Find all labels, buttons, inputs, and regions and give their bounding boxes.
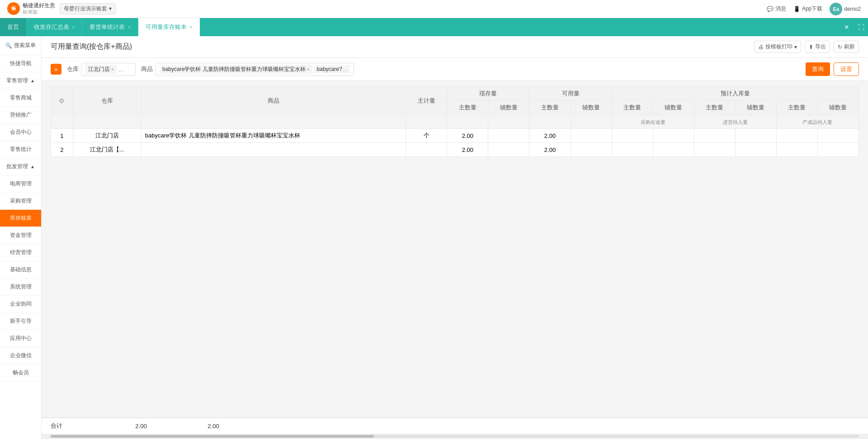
finance-label: 资金管理: [10, 231, 32, 239]
sidebar-item-wholesale[interactable]: 批发管理 ▲: [0, 158, 41, 175]
system-label: 系统管理: [10, 283, 32, 291]
sidebar-item-purchase[interactable]: 采购管理: [0, 193, 41, 210]
query-button[interactable]: 查询: [806, 62, 830, 76]
sidebar-item-newbie[interactable]: 新手引导: [0, 313, 41, 330]
row2-product: [141, 143, 406, 157]
th-avail-main: 主数量: [529, 101, 571, 115]
top-bar-right: 💬 消息 📱 App下载 Ea demo2: [767, 3, 861, 15]
row1-product-main: [776, 129, 817, 143]
message-icon: 💬: [767, 6, 774, 12]
scroll-bar-thumb[interactable]: [51, 435, 374, 438]
filter-toggle[interactable]: »: [51, 64, 61, 75]
sidebar-item-finance[interactable]: 资金管理: [0, 227, 41, 244]
row2-avail-aux: [571, 143, 612, 157]
template-chevron: ▾: [794, 44, 797, 50]
tab-receive-close[interactable]: ×: [72, 24, 75, 30]
logo-subtitle: 标准版: [23, 9, 55, 15]
table-row: 1 江北门店 babycare学饮杯 儿童防摔防撞吸管杯重力球吸嘴杯宝宝水杯 个…: [51, 129, 859, 143]
product-tag-2-dots[interactable]: ...: [344, 67, 347, 72]
tab-inventory-close[interactable]: ×: [189, 24, 192, 30]
sidebar-item-marketing[interactable]: 营销推广: [0, 107, 41, 124]
sidebar-item-enterprise[interactable]: 企业协同: [0, 296, 41, 313]
row2-purchase-main: [612, 143, 653, 157]
scroll-bar-area: [42, 434, 868, 439]
enterprise-label: 企业协同: [10, 300, 32, 308]
filter-actions: 查询 设置: [806, 62, 859, 76]
footer-stock-main: 2.00: [123, 423, 159, 430]
marketing-label: 营销推广: [10, 111, 32, 119]
sidebar-item-zero-sales[interactable]: 零售管理 ▲: [0, 72, 41, 90]
th-planned-in: 预计入库量: [612, 87, 859, 101]
table-row: 2 江北门店【... 2.00 2.00: [51, 143, 859, 157]
row1-inbound-main: [694, 129, 735, 143]
sidebar-item-system[interactable]: 系统管理: [0, 279, 41, 296]
sub-header-inbound: 进货待入量: [694, 116, 776, 129]
product-tag-1-close[interactable]: ×: [307, 67, 310, 72]
nav-tabs: 首页 收发存汇总表 × 要货单统计表 × 可用量库存账本 × × ⛶: [0, 18, 868, 36]
export-icon: ⬆: [809, 44, 813, 50]
row2-avail-main: 2.00: [529, 143, 571, 157]
sub-header-blank2: [73, 116, 141, 129]
th-product: 商品: [141, 87, 406, 115]
gear-icon: ⚙: [59, 97, 65, 104]
sidebar-item-zero-mall[interactable]: 零售商城: [0, 90, 41, 107]
th-main-unit: 主计量: [406, 87, 447, 115]
warehouse-tag-close[interactable]: ×: [111, 67, 114, 72]
table-footer: 合计 2.00 2.00: [42, 417, 868, 434]
export-button[interactable]: ⬆ 导出: [805, 41, 830, 53]
template-print-button[interactable]: 🖨 按模板打印 ▾: [754, 41, 801, 53]
message-button[interactable]: 💬 消息: [767, 5, 786, 13]
tab-order[interactable]: 要货单统计表 ×: [82, 18, 138, 36]
row1-warehouse: 江北门店: [73, 129, 141, 143]
sub-header-blank4: [406, 116, 447, 129]
sidebar-item-member[interactable]: 会员中心: [0, 124, 41, 141]
zero-stats-label: 零售统计: [10, 146, 32, 153]
sidebar-item-appcenter[interactable]: 应用中心: [0, 330, 41, 347]
avatar: Ea: [830, 3, 842, 15]
warehouse-dots[interactable]: ...: [118, 66, 124, 73]
sidebar-search-area: 🔍 搜索菜单: [0, 36, 41, 55]
product-filter-group: 商品 babycare学饮杯 儿童防摔防撞吸管杯重力球吸嘴杯宝宝水杯 × bab…: [141, 63, 354, 76]
tab-order-close[interactable]: ×: [127, 24, 130, 30]
filter-area: » 仓库 江北门店 × ... 商品 babycare学饮杯 儿童防摔防撞吸管杯…: [42, 58, 868, 81]
industry-selector[interactable]: 母婴行业演示账套 ▾: [60, 3, 116, 14]
th-warehouse: 仓库: [73, 87, 141, 115]
table-wrapper: ⚙ 仓库 商品 主计量 现存量 可用量 预计入库量 主数量 辅数量 主数量 辅数…: [42, 81, 868, 417]
tab-home[interactable]: 首页: [0, 18, 27, 36]
page-title: 可用量查询(按仓库+商品): [51, 42, 132, 52]
arrow-icon: ▲: [30, 78, 35, 83]
sidebar-quick-nav[interactable]: 快捷导航: [0, 55, 41, 72]
sidebar-item-member2[interactable]: 畅会员: [0, 364, 41, 382]
refresh-button[interactable]: ↻ 刷新: [834, 41, 859, 53]
sidebar-item-zero-stats[interactable]: 零售统计: [0, 141, 41, 158]
sidebar-item-basic[interactable]: 基础信息: [0, 261, 41, 279]
sidebar-item-ecommerce[interactable]: 电商管理: [0, 175, 41, 193]
close-all-tabs[interactable]: ×: [839, 23, 854, 32]
th-product-aux: 辅数量: [817, 101, 859, 115]
scroll-bar-track[interactable]: [51, 435, 859, 438]
sub-header-purchase: 采购在途量: [612, 116, 694, 129]
th-inbound-aux: 辅数量: [735, 101, 776, 115]
sidebar-item-inventory[interactable]: 库存核算: [0, 210, 41, 227]
warehouse-filter-input[interactable]: 江北门店 × ...: [81, 63, 136, 76]
content-area: 可用量查询(按仓库+商品) 🖨 按模板打印 ▾ ⬆ 导出 ↻ 刷新 »: [42, 36, 868, 439]
tab-inventory[interactable]: 可用量库存账本 ×: [138, 18, 200, 36]
product-filter-input[interactable]: babycare学饮杯 儿童防摔防撞吸管杯重力球吸嘴杯宝宝水杯 × babyca…: [156, 63, 354, 76]
sidebar-item-operations[interactable]: 经营管理: [0, 244, 41, 261]
search-menu-button[interactable]: 🔍 搜索菜单: [4, 40, 38, 51]
page-header: 可用量查询(按仓库+商品) 🖨 按模板打印 ▾ ⬆ 导出 ↻ 刷新: [42, 36, 868, 58]
row2-num: 2: [51, 143, 73, 157]
row1-avail-aux: [571, 129, 612, 143]
th-purchase-aux: 辅数量: [653, 101, 694, 115]
th-inbound-main: 主数量: [694, 101, 735, 115]
tab-receive[interactable]: 收发存汇总表 ×: [27, 18, 82, 36]
user-area[interactable]: Ea demo2: [830, 3, 861, 15]
app-download-button[interactable]: 📱 App下载: [793, 5, 822, 13]
sidebar-item-wechat[interactable]: 企业微信: [0, 347, 41, 364]
th-gear[interactable]: ⚙: [51, 87, 73, 115]
data-table: ⚙ 仓库 商品 主计量 现存量 可用量 预计入库量 主数量 辅数量 主数量 辅数…: [51, 86, 859, 157]
th-stock-main: 主数量: [447, 101, 488, 115]
expand-tabs[interactable]: ⛶: [854, 24, 868, 31]
home-label: 首页: [7, 23, 19, 31]
settings-button[interactable]: 设置: [834, 62, 859, 76]
